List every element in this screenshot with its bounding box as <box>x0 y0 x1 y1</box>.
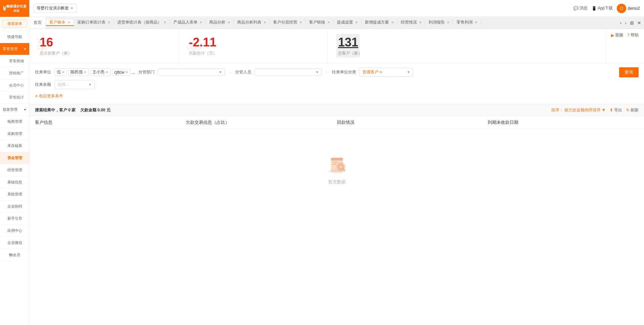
tab-close-all-icon[interactable]: ✕ <box>636 20 643 26</box>
sidebar-item-wechat[interactable]: 企业微信 <box>0 237 29 249</box>
tab-home[interactable]: 首页 <box>30 17 46 29</box>
unit-tag-more[interactable]: ... <box>132 70 135 75</box>
sidebar-item-retail[interactable]: 零售管理 ▼ <box>0 43 29 55</box>
sidebar-item-appstore[interactable]: 应用中心 <box>0 225 29 237</box>
tab-close-icon[interactable]: ✕ <box>263 21 266 24</box>
filter-row-1: 往来单位 伍 ✕ 陈民强 ✕ 王小亮 ✕ cjttcw <box>35 67 639 77</box>
sidebar-item-operations[interactable]: 经营管理 <box>0 164 29 176</box>
tab-customer-contact[interactable]: 客户联络 ✕ <box>306 20 334 25</box>
tab-purchase-order-stats[interactable]: 采购订单统计表 ✕ <box>74 20 114 25</box>
result-count: 0 <box>68 108 71 112</box>
tab-product-inbound[interactable]: 产成品入库单 ✕ <box>170 20 206 25</box>
sidebar-item-purchase[interactable]: 采购管理 <box>0 128 29 140</box>
person-filter-label: 分管人员 <box>235 69 251 75</box>
tab-close-icon[interactable]: ✕ <box>475 21 477 24</box>
user-menu[interactable]: D demo2 <box>617 4 640 13</box>
unit-tag-wang-label: 王小亮 <box>92 69 104 75</box>
tab-stock-stats[interactable]: 进货单统计表（按商品） ✕ <box>114 20 170 25</box>
tab-new-commission[interactable]: 新增提成方案 ✕ <box>361 20 397 25</box>
balance-filter-select[interactable]: 选择... ▼ <box>54 80 95 89</box>
tab-close-icon[interactable]: ✕ <box>355 21 358 24</box>
app-download-button[interactable]: 📱 App下载 <box>592 5 613 11</box>
unit-filter-label: 往来单位 <box>35 69 51 75</box>
tab-close-icon[interactable]: ✕ <box>227 21 230 24</box>
unit-tag-chen[interactable]: 陈民强 ✕ <box>68 68 89 76</box>
unit-tag-cj-label: cjttcw <box>114 70 124 75</box>
sidebar-item-quick-nav[interactable]: 快捷导航 <box>0 31 29 43</box>
help-button[interactable]: ? 帮助 <box>627 32 639 38</box>
tab-product-analysis[interactable]: 商品分析 ✕ <box>206 20 234 25</box>
tab-bar: 首页 客户账本 ✕ 采购订单统计表 ✕ 进货单统计表（按商品） ✕ 产成品入库单… <box>30 17 644 29</box>
tab-close-icon[interactable]: ✕ <box>68 21 70 24</box>
tab-close-icon[interactable]: ✕ <box>391 21 394 24</box>
tab-close-icon[interactable]: ✕ <box>164 21 166 24</box>
sidebar-wholesale-label: 批发管理 <box>3 107 17 112</box>
unit-tag-cj[interactable]: cjttcw ✕ <box>112 69 130 76</box>
tab-profit-report[interactable]: 利润报告 ✕ <box>425 20 453 25</box>
stat-customers-value: 16 <box>40 36 168 49</box>
unit-tag-wu[interactable]: 伍 ✕ <box>54 68 67 76</box>
tab-customer-tier[interactable]: 客户分层经营 ✕ <box>270 20 306 25</box>
tab-new-commission-label: 新增提成方案 <box>365 20 389 25</box>
sidebar-item-marketing[interactable]: 营销推广 <box>0 67 29 79</box>
table-col-debt-info: 欠款交易信息（占比） <box>186 119 337 125</box>
tab-commission-setting[interactable]: 提成设置 ✕ <box>334 20 361 25</box>
dept-filter-select[interactable]: ▼ <box>158 69 225 76</box>
tab-prev-arrow[interactable]: ‹ <box>619 20 623 26</box>
sidebar-item-system[interactable]: 系统管理 <box>0 188 29 201</box>
sidebar-item-changhui[interactable]: 畅会员 <box>0 249 29 261</box>
person-filter-select[interactable]: ▼ <box>255 69 322 76</box>
category-tag-close[interactable]: ✕ <box>380 70 382 74</box>
tab-retail-profit[interactable]: 零售利润 ✕ <box>453 20 481 25</box>
tab-close-icon[interactable]: ✕ <box>327 21 330 24</box>
collapse-label: 收起更多条件 <box>39 93 63 99</box>
sidebar-item-finance[interactable]: 资金管理 <box>0 152 29 164</box>
unit-tag-chen-close[interactable]: ✕ <box>84 70 86 74</box>
sort-control[interactable]: 排序： 按欠款金额倒序排序 ▼ <box>551 107 606 113</box>
tab-customer-ledger[interactable]: 客户账本 ✕ <box>46 20 74 26</box>
unit-tag-wu-close[interactable]: ✕ <box>62 70 65 74</box>
tab-close-icon[interactable]: ✕ <box>108 21 110 24</box>
sidebar-item-base-info[interactable]: 基础信息 <box>0 176 29 188</box>
sidebar-item-retail-stats[interactable]: 零售统计 <box>0 92 29 104</box>
export-button[interactable]: ⬆ 导出 <box>610 107 622 113</box>
sidebar-item-ecommerce[interactable]: 电商管理 <box>0 116 29 128</box>
topbar: 母婴行业演示帐套 ▼ 💬 消息 📱 App下载 D demo2 <box>30 0 644 17</box>
tab-tier-label: 客户分层经营 <box>273 20 297 25</box>
category-tag[interactable]: 普通客户 ✕ <box>362 69 382 75</box>
sidebar: ¥ 畅捷通好生意标版 搜索菜单 快捷导航 零售管理 ▼ 零售商城 营销推广 会员… <box>0 0 30 325</box>
sidebar-item-collab[interactable]: 企业协同 <box>0 201 29 213</box>
message-button[interactable]: 💬 消息 <box>573 5 588 11</box>
unit-tag-chen-label: 陈民强 <box>71 69 83 75</box>
person-select-arrow: ▼ <box>315 70 319 74</box>
tab-operations[interactable]: 经营情况 ✕ <box>397 20 425 25</box>
tab-product-analysis-list[interactable]: 商品分析列表 ✕ <box>234 20 270 25</box>
message-icon: 💬 <box>573 6 578 11</box>
tab-stock-label: 进货单统计表（按商品） <box>117 20 162 25</box>
tab-next-arrow[interactable]: › <box>624 20 628 26</box>
stat-debt-value: -2.11 <box>189 36 317 49</box>
sidebar-item-retail-shop[interactable]: 零售商城 <box>0 55 29 67</box>
person-more-icon[interactable]: ··· <box>325 70 329 75</box>
query-button[interactable]: 查询 <box>619 67 639 77</box>
tab-expand-icon[interactable]: ⊞ <box>629 20 635 26</box>
sidebar-item-inventory[interactable]: 库存核算 <box>0 140 29 152</box>
dept-more-icon[interactable]: ··· <box>228 70 232 75</box>
tab-close-icon[interactable]: ✕ <box>447 21 449 24</box>
sidebar-search-button[interactable]: 搜索菜单 <box>2 20 27 28</box>
video-button[interactable]: ▶ 视频 <box>611 32 623 38</box>
refresh-button[interactable]: ↻ 刷新 <box>626 107 639 113</box>
account-selector[interactable]: 母婴行业演示帐套 ▼ <box>34 4 77 13</box>
unit-tag-cj-close[interactable]: ✕ <box>125 70 128 74</box>
tab-close-icon[interactable]: ✕ <box>419 21 422 24</box>
tab-close-icon[interactable]: ✕ <box>200 21 202 24</box>
category-filter-select[interactable]: 普通客户 ✕ ▼ <box>359 68 413 77</box>
sidebar-item-wholesale[interactable]: 批发管理 ▼ <box>0 104 29 116</box>
sidebar-item-newbie[interactable]: 新手引导 <box>0 213 29 225</box>
sidebar-item-member[interactable]: 会员中心 <box>0 79 29 92</box>
tab-close-icon[interactable]: ✕ <box>299 21 302 24</box>
empty-svg <box>324 149 350 176</box>
unit-tag-wang[interactable]: 王小亮 ✕ <box>90 68 111 76</box>
collapse-button[interactable]: ∧ 收起更多条件 <box>35 93 639 99</box>
unit-tag-wang-close[interactable]: ✕ <box>105 70 108 74</box>
